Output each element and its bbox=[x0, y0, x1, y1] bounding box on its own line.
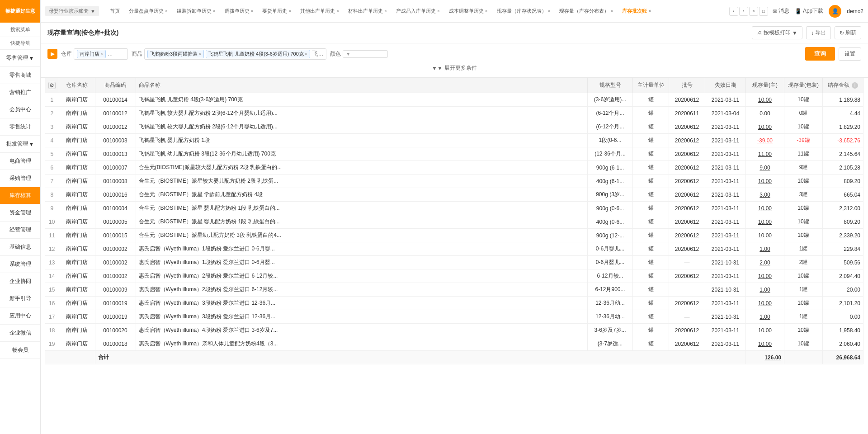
tab-prev-button[interactable]: ‹ bbox=[729, 7, 738, 16]
col-settings-header[interactable]: ⚙ bbox=[45, 78, 59, 93]
stock-main-cell[interactable]: 2.00 bbox=[746, 256, 784, 269]
stock-pkg-cell: 9罐 bbox=[784, 161, 823, 175]
main-area: 母婴行业演示账套 ▼ 首页 分量盘点单历史 × 组装拆卸单历史 × 调拨单历史 … bbox=[41, 0, 868, 434]
amount-info-icon[interactable]: i bbox=[852, 82, 858, 89]
stock-main-cell[interactable]: 1.00 bbox=[746, 310, 784, 324]
stock-main-cell[interactable]: 3.00 bbox=[746, 188, 784, 202]
tab-close-icon[interactable]: × bbox=[437, 9, 440, 14]
tab-库存状况表[interactable]: 现存量（库存状况表） × bbox=[493, 5, 555, 17]
sidebar-item-ecommerce[interactable]: 电商管理 bbox=[0, 153, 40, 170]
tab-close-icon[interactable]: × bbox=[485, 9, 488, 14]
tab-close-icon[interactable]: × bbox=[548, 9, 551, 14]
export-button[interactable]: ↓ 导出 bbox=[806, 26, 831, 39]
unit-cell: 罐 bbox=[633, 256, 669, 269]
tab-close-icon[interactable]: × bbox=[251, 9, 254, 14]
sidebar-item-guide[interactable]: 新手引导 bbox=[0, 290, 40, 307]
tab-要货单历史[interactable]: 要货单历史 × bbox=[258, 5, 295, 17]
sidebar-item-finance[interactable]: 资金管理 bbox=[0, 204, 40, 222]
sidebar-item-inventory[interactable]: 库存核算 bbox=[0, 187, 40, 204]
product-tag1-close-icon[interactable]: × bbox=[198, 52, 201, 57]
tab-库存批次账[interactable]: 库存批次账 × bbox=[618, 5, 655, 17]
stock-pkg-cell: 1罐 bbox=[784, 242, 823, 256]
stock-main-cell[interactable]: 10.00 bbox=[746, 120, 784, 134]
filter-expand-button[interactable]: ▶ bbox=[47, 49, 57, 59]
stock-main-cell[interactable]: 10.00 bbox=[746, 324, 784, 337]
sidebar-item-enterprise[interactable]: 企业协同 bbox=[0, 273, 40, 290]
sidebar-item-marketing[interactable]: 营销推广 bbox=[0, 84, 40, 101]
stock-main-cell[interactable]: 10.00 bbox=[746, 297, 784, 310]
sidebar-item-search[interactable]: 搜索菜单 bbox=[0, 23, 40, 37]
sidebar-item-quick-nav[interactable]: 快捷导航 bbox=[0, 37, 40, 50]
product-filter-input[interactable]: 飞鹤奶粉3段丙罐搪装 × 飞鹤星飞帆 儿童奶粉 4段(3-6岁适用) 700克 … bbox=[144, 48, 326, 60]
stock-pkg-cell: 10罐 bbox=[784, 324, 823, 337]
sidebar-item-basic-info[interactable]: 基础信息 bbox=[0, 239, 40, 256]
tab-close-icon[interactable]: × bbox=[384, 9, 387, 14]
product-tag2-close-icon[interactable]: × bbox=[305, 52, 307, 57]
col-batch-header: 批号 bbox=[669, 78, 705, 93]
tab-成本调整单历史[interactable]: 成本调整单历史 × bbox=[445, 5, 492, 17]
tab-库存分布表[interactable]: 现存量（库存分布表） × bbox=[555, 5, 617, 17]
account-dropdown[interactable]: 母婴行业演示账套 ▼ bbox=[45, 6, 99, 16]
sidebar-item-app-center[interactable]: 应用中心 bbox=[0, 307, 40, 325]
tab-close-icon[interactable]: × bbox=[610, 9, 613, 14]
table-row: 3 南岸门店 00100012 飞鹤星飞帆 较大婴儿配方奶粉 2段(6-12个月… bbox=[45, 120, 863, 134]
stock-main-cell[interactable]: 10.00 bbox=[746, 337, 784, 351]
warehouse-filter-group: 仓库 南岸门店 × ... bbox=[61, 48, 128, 60]
product-more-icon[interactable]: 飞... bbox=[312, 50, 324, 58]
refresh-button[interactable]: ↻ 刷新 bbox=[835, 26, 861, 39]
stock-main-cell[interactable]: 1.00 bbox=[746, 283, 784, 297]
warehouse-cell: 南岸门店 bbox=[59, 161, 95, 175]
tab-材料出库单历史[interactable]: 材料出库单历史 × bbox=[344, 5, 391, 17]
sidebar-item-system[interactable]: 系统管理 bbox=[0, 256, 40, 273]
color-filter-input[interactable]: ▼ bbox=[343, 50, 388, 58]
stock-main-cell[interactable]: 10.00 bbox=[746, 229, 784, 242]
warehouse-tag-close-icon[interactable]: × bbox=[100, 52, 103, 57]
sidebar-item-member[interactable]: 会员中心 bbox=[0, 101, 40, 118]
batch-cell: 20200612 bbox=[669, 134, 705, 147]
print-button[interactable]: 🖨 按模板打印 ▼ bbox=[752, 26, 802, 39]
tab-maximize-button[interactable]: □ bbox=[759, 7, 768, 16]
warehouse-filter-input[interactable]: 南岸门店 × ... bbox=[74, 48, 128, 60]
stock-main-cell[interactable]: 0.00 bbox=[746, 107, 784, 120]
tab-组装拆卸单历史[interactable]: 组装拆卸单历史 × bbox=[173, 5, 220, 17]
tab-close-icon[interactable]: × bbox=[288, 9, 291, 14]
stock-main-cell[interactable]: -39.00 bbox=[746, 134, 784, 147]
stock-main-cell[interactable]: 10.00 bbox=[746, 269, 784, 283]
warehouse-more-icon[interactable]: ... bbox=[108, 50, 113, 57]
stock-pkg-cell: 10罐 bbox=[784, 229, 823, 242]
stock-main-cell[interactable]: 1.00 bbox=[746, 242, 784, 256]
sidebar-item-retail-mgmt[interactable]: 零售管理▼ bbox=[0, 50, 40, 67]
tab-close-all-button[interactable]: × bbox=[749, 7, 758, 16]
tab-调拨单历史[interactable]: 调拨单历史 × bbox=[221, 5, 258, 17]
tab-close-icon[interactable]: × bbox=[213, 9, 216, 14]
stock-main-cell[interactable]: 10.00 bbox=[746, 93, 784, 107]
column-settings-icon[interactable]: ⚙ bbox=[48, 82, 56, 89]
expand-more-conditions[interactable]: ▼▼ 展开更多条件 bbox=[47, 62, 861, 74]
sidebar-item-purchase[interactable]: 采购管理 bbox=[0, 170, 40, 187]
tab-产成品入库单历史[interactable]: 产成品入库单历史 × bbox=[392, 5, 444, 17]
warehouse-filter-label: 仓库 bbox=[61, 50, 72, 58]
sidebar-item-retail-store[interactable]: 零售商城 bbox=[0, 67, 40, 84]
settings-button[interactable]: 设置 bbox=[839, 47, 861, 61]
sidebar-item-retail-stats[interactable]: 零售统计 bbox=[0, 118, 40, 136]
tab-close-icon[interactable]: × bbox=[165, 9, 168, 14]
messages-button[interactable]: ✉ 消息 bbox=[773, 7, 789, 15]
sidebar-item-operations[interactable]: 经营管理 bbox=[0, 222, 40, 239]
tab-next-button[interactable]: › bbox=[739, 7, 748, 16]
stock-main-cell[interactable]: 11.00 bbox=[746, 147, 784, 161]
tab-分量盘点单历史[interactable]: 分量盘点单历史 × bbox=[125, 5, 172, 17]
tab-close-icon[interactable]: × bbox=[336, 9, 339, 14]
sidebar-item-wechat[interactable]: 企业微信 bbox=[0, 325, 40, 342]
stock-main-cell[interactable]: 10.00 bbox=[746, 175, 784, 188]
sidebar-item-member-app[interactable]: 畅会员 bbox=[0, 342, 40, 359]
stock-main-cell[interactable]: 10.00 bbox=[746, 202, 784, 215]
tab-home[interactable]: 首页 bbox=[106, 5, 124, 17]
user-avatar[interactable]: 👤 bbox=[829, 5, 841, 18]
stock-main-cell[interactable]: 10.00 bbox=[746, 215, 784, 229]
query-button[interactable]: 查询 bbox=[805, 47, 835, 61]
tab-close-icon[interactable]: × bbox=[648, 9, 651, 14]
stock-main-cell[interactable]: 9.00 bbox=[746, 161, 784, 175]
sidebar-item-wholesale[interactable]: 批发管理▼ bbox=[0, 136, 40, 153]
tab-其他出库单历史[interactable]: 其他出库单历史 × bbox=[296, 5, 343, 17]
app-download-button[interactable]: 📱 App下载 bbox=[795, 7, 823, 15]
